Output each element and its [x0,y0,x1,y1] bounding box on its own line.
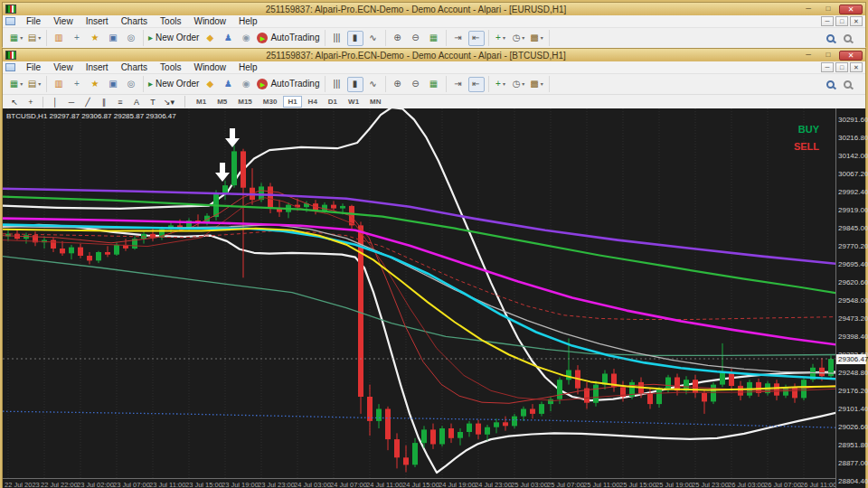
auto-scroll-button[interactable]: ⇥ [450,77,467,92]
profiles-button[interactable]: ▤▾ [26,77,42,92]
market-watch-button[interactable]: ▥ [51,31,67,46]
periods-button[interactable]: ◷▾ [511,31,527,46]
search-magnifier-icon[interactable] [826,34,835,42]
vertical-line-tool[interactable]: │ [48,96,62,108]
maximize-button[interactable]: □ [819,51,837,61]
label-tool[interactable]: T [146,96,160,108]
indicators-button[interactable]: +▾ [493,77,509,92]
mql5-button[interactable]: ◆ [202,31,218,46]
text-tool[interactable]: A [129,96,144,108]
menu-window[interactable]: Window [187,61,232,73]
new-chart-button[interactable]: ▦▾ [8,31,24,46]
news-button[interactable]: ◉ [238,31,254,46]
templates-button[interactable]: ▩▾ [529,31,545,46]
search-magnifier-icon[interactable] [826,80,835,89]
new-order-button[interactable]: ▸New Order [147,31,200,46]
menu-insert[interactable]: Insert [80,61,115,73]
news-button[interactable]: ◉ [238,77,254,92]
chart-shift-button[interactable]: ⇤ [468,31,485,46]
line-chart-button[interactable]: ∿ [365,77,382,92]
bars-chart-button[interactable]: ||| [329,31,345,46]
zoom-in-button[interactable]: ⊕ [390,77,406,92]
terminal-button[interactable]: ▣ [105,31,121,46]
chart-plot-area[interactable]: BTCUSD,H1 29297.87 29306.87 29285.87 293… [3,108,835,478]
tf-h1[interactable]: H1 [283,96,301,108]
zoom-out-button[interactable]: ⊖ [408,77,424,92]
market-watch-button[interactable]: ▥ [51,77,67,92]
menu-charts[interactable]: Charts [115,61,154,73]
menu-file[interactable]: File [20,61,47,73]
indicators-button[interactable]: +▾ [493,31,509,46]
templates-button[interactable]: ▩▾ [529,77,545,92]
experts-button[interactable]: ♟ [220,31,236,46]
titlebar-eurusd[interactable]: 251159837: Alpari-Pro.ECN-Demo - Demo Ac… [3,3,865,15]
symbol-search-icon[interactable] [844,34,852,42]
close-button[interactable]: ✕ [839,51,863,61]
auto-scroll-button[interactable]: ⇥ [450,31,467,46]
menubar-minimize-button[interactable]: ─ [821,16,834,26]
tf-m1[interactable]: M1 [192,96,211,108]
tf-h4[interactable]: H4 [304,96,322,108]
tile-windows-button[interactable]: ▦ [426,77,442,92]
menu-tools[interactable]: Tools [154,15,187,27]
strategy-tester-button[interactable]: ◎ [123,77,139,92]
minimize-button[interactable]: ─ [799,51,817,61]
minimize-button[interactable]: ─ [799,5,817,14]
menu-charts[interactable]: Charts [115,15,154,27]
navigator-button[interactable]: ★ [87,31,103,46]
mql5-button[interactable]: ◆ [202,77,218,92]
fibonacci-tool[interactable]: ≡ [113,96,127,108]
data-window-button[interactable]: + [69,77,85,92]
menubar-restore-button[interactable]: □ [835,62,848,72]
autotrading-button[interactable]: ▶AutoTrading [256,77,320,92]
time-axis[interactable]: 22 Jul 202322 Jul 22:0023 Jul 02:0023 Ju… [3,478,835,488]
zoom-in-button[interactable]: ⊕ [390,31,406,46]
horizontal-line-tool[interactable]: ─ [64,96,79,108]
menu-help[interactable]: Help [232,15,264,27]
menubar-close-button[interactable]: ✕ [850,62,863,72]
candles-chart-button[interactable]: ▮ [347,77,363,92]
terminal-button[interactable]: ▣ [105,77,121,92]
zoom-out-button[interactable]: ⊖ [408,31,424,46]
tf-m15[interactable]: M15 [233,96,257,108]
navigator-button[interactable]: ★ [87,77,103,92]
tf-w1[interactable]: W1 [344,96,363,108]
menu-tools[interactable]: Tools [154,61,187,73]
tf-mn[interactable]: MN [365,96,385,108]
menu-view[interactable]: View [47,15,80,27]
window-btcusd[interactable]: 251159837: Alpari-Pro.ECN-Demo - Demo Ac… [2,48,866,488]
window-eurusd[interactable]: 251159837: Alpari-Pro.ECN-Demo - Demo Ac… [2,2,866,47]
symbol-search-icon[interactable] [844,80,852,89]
close-button[interactable]: ✕ [839,5,863,14]
line-chart-button[interactable]: ∿ [365,31,382,46]
menubar-close-button[interactable]: ✕ [850,16,863,26]
channel-tool[interactable]: ∥ [97,96,111,108]
periods-button[interactable]: ◷▾ [511,77,527,92]
new-chart-button[interactable]: ▦▾ [8,77,24,92]
arrows-tool[interactable]: ↘▾ [162,96,176,108]
titlebar-btcusd[interactable]: 251159837: Alpari-Pro.ECN-Demo - Demo Ac… [3,49,865,61]
candles-chart-button[interactable]: ▮ [347,31,363,46]
trendline-tool[interactable]: ╱ [80,96,95,108]
tf-m30[interactable]: M30 [259,96,282,108]
menu-file[interactable]: File [20,15,47,27]
experts-button[interactable]: ♟ [220,77,236,92]
data-window-button[interactable]: + [69,31,85,46]
profiles-button[interactable]: ▤▾ [26,31,42,46]
maximize-button[interactable]: □ [819,5,837,14]
menu-help[interactable]: Help [232,61,264,73]
menu-insert[interactable]: Insert [80,15,115,27]
autotrading-button[interactable]: ▶AutoTrading [256,31,320,46]
menubar-minimize-button[interactable]: ─ [821,62,834,72]
cursor-tool[interactable]: ↖ [7,96,22,108]
price-axis[interactable]: 29306.47 30291.6030216.8030142.0030067.2… [835,108,865,488]
tf-d1[interactable]: D1 [324,96,342,108]
tile-windows-button[interactable]: ▦ [426,31,442,46]
new-order-button[interactable]: ▸New Order [147,77,200,92]
menu-window[interactable]: Window [187,15,232,27]
strategy-tester-button[interactable]: ◎ [123,31,139,46]
crosshair-tool[interactable]: + [24,96,38,108]
tf-m5[interactable]: M5 [212,96,231,108]
menu-view[interactable]: View [47,61,80,73]
bars-chart-button[interactable]: ||| [329,77,345,92]
